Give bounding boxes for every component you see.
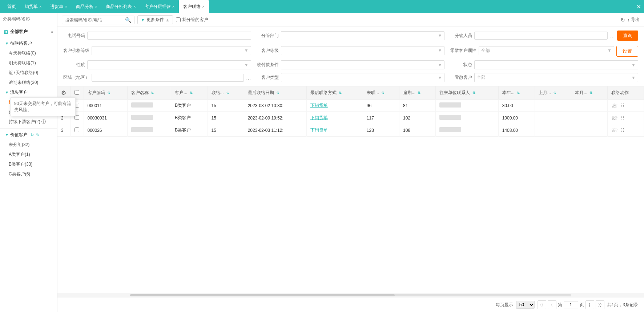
sidebar-item-a-class[interactable]: A类客户(1) bbox=[0, 150, 57, 159]
retail-select[interactable]: 全部 ▼ bbox=[474, 73, 638, 82]
dept-select[interactable]: ▼ bbox=[281, 31, 445, 40]
sidebar-item-overdue-contact[interactable]: 逾期未联络(30) bbox=[0, 78, 57, 88]
row1-more-icon[interactable]: ⠿ bbox=[621, 103, 624, 109]
row2-method-link[interactable]: 下销货单 bbox=[310, 115, 328, 120]
select-all-checkbox[interactable] bbox=[75, 90, 79, 95]
sidebar-group-churn[interactable]: ▼ 流失客户 bbox=[0, 88, 57, 97]
query-button[interactable]: 查询 bbox=[617, 31, 638, 41]
sidebar-item-c-class[interactable]: C类客户(6) bbox=[0, 169, 57, 179]
region-dots-icon[interactable]: … bbox=[246, 75, 251, 81]
nav-tab-customer-contact[interactable]: 客户联络 × bbox=[179, 0, 209, 13]
table-settings-gear-icon[interactable]: ⚙ bbox=[61, 90, 66, 96]
export-button[interactable]: ↑ 导出 bbox=[627, 17, 640, 23]
row3-type: B类客户 bbox=[171, 124, 208, 137]
row3-more-icon[interactable]: ⠿ bbox=[621, 127, 624, 133]
edit-value-icon[interactable]: ✎ bbox=[36, 133, 39, 137]
page-input[interactable] bbox=[564, 301, 578, 308]
sort-contact-icon[interactable]: ⇅ bbox=[226, 91, 229, 95]
row2-more-icon[interactable]: ⠿ bbox=[621, 115, 624, 121]
sort-last-date-icon[interactable]: ⇅ bbox=[276, 91, 279, 95]
person-input[interactable] bbox=[474, 32, 608, 40]
toolbar-search-icon[interactable]: 🔍 bbox=[125, 17, 131, 23]
my-customers-checkbox[interactable] bbox=[176, 17, 181, 22]
region-input[interactable] bbox=[92, 74, 244, 82]
row1-contact-icon[interactable]: ☏ bbox=[611, 103, 618, 109]
th-this-month: 本月... ⇅ bbox=[571, 86, 608, 100]
row2-this-year: 1000.00 bbox=[498, 112, 535, 124]
row3-last-month bbox=[535, 124, 571, 137]
close-sales-icon[interactable]: × bbox=[39, 4, 41, 9]
nav-tab-customer-segment[interactable]: 客户分层经营 × bbox=[140, 0, 179, 13]
row2-unit-contact bbox=[436, 112, 498, 124]
row3-contact-icon[interactable]: ☏ bbox=[611, 127, 618, 133]
per-page-select[interactable]: 50 10 20 100 bbox=[516, 301, 535, 309]
sidebar-item-today[interactable]: 今天待联络(0) bbox=[0, 48, 57, 58]
sidebar-item-tomorrow[interactable]: 明天待联络(1) bbox=[0, 58, 57, 68]
sort-code-icon[interactable]: ⇅ bbox=[107, 91, 110, 95]
sidebar-search-input[interactable] bbox=[3, 16, 57, 21]
refresh-icon[interactable]: ↻ bbox=[621, 17, 625, 23]
retail-attr-select[interactable]: 全部 ▼ bbox=[479, 46, 614, 55]
sidebar-item-persistent[interactable]: 持续下滑客户(2) ⓘ bbox=[0, 117, 57, 127]
settings-button[interactable]: 设置 bbox=[616, 46, 638, 57]
person-dots-icon[interactable]: … bbox=[610, 33, 615, 39]
filter-button[interactable]: ▼ 更多条件 ▲ bbox=[137, 15, 173, 24]
filter-customer-level: 客户等级 ▼ bbox=[257, 44, 445, 57]
payment-select[interactable]: ▼ bbox=[281, 60, 445, 69]
sort-last-method-icon[interactable]: ⇅ bbox=[339, 91, 342, 95]
sort-last-month-icon[interactable]: ⇅ bbox=[553, 91, 556, 95]
nav-tab-sales[interactable]: 销货单 × bbox=[20, 0, 46, 13]
filter-status: 状态 ▼ bbox=[450, 60, 638, 69]
prev-page-button[interactable]: ⟨ bbox=[548, 300, 556, 309]
close-customer-contact-icon[interactable]: × bbox=[202, 4, 204, 9]
sort-overdue-icon[interactable]: ⇅ bbox=[418, 91, 420, 95]
sidebar-group-pending[interactable]: ▼ 待联络客户 bbox=[0, 39, 57, 48]
phone-input[interactable] bbox=[87, 32, 251, 40]
nav-tab-home[interactable]: 首页 bbox=[3, 0, 20, 13]
th-action: 联络动作 bbox=[608, 86, 644, 100]
my-customers-checkbox-label[interactable]: 我分管的客户 bbox=[176, 17, 208, 23]
nature-select[interactable]: ▼ bbox=[87, 60, 251, 69]
row1-last-method: 下销货单 bbox=[306, 100, 363, 112]
sort-no-contact-icon[interactable]: ⇅ bbox=[381, 91, 384, 95]
row2-code: 00030031 bbox=[84, 112, 127, 124]
refresh-value-icon[interactable]: ↻ bbox=[31, 133, 34, 137]
close-customer-segment-icon[interactable]: × bbox=[172, 4, 174, 9]
next-page-button[interactable]: ⟩ bbox=[585, 300, 594, 309]
row2-contact-icon[interactable]: ☏ bbox=[611, 115, 618, 121]
sort-type-icon[interactable]: ⇅ bbox=[190, 91, 193, 95]
status-select[interactable]: ▼ bbox=[474, 60, 638, 69]
price-level-select[interactable]: ▼ bbox=[92, 46, 251, 55]
close-purchase-icon[interactable]: × bbox=[65, 4, 67, 9]
sort-unit-contact-icon[interactable]: ⇅ bbox=[472, 91, 475, 95]
table-row: 3 000026 B类客户 15 2023-02-03 11:12: 下销货单 … bbox=[57, 124, 644, 137]
search-input[interactable] bbox=[65, 17, 123, 23]
sidebar-item-b-class[interactable]: B类客户(33) bbox=[0, 159, 57, 169]
filter-retail-attr: 零散客户属性 全部 ▼ 设置 bbox=[450, 44, 638, 57]
sidebar-item-week[interactable]: 近7天待联络(0) bbox=[0, 68, 57, 78]
nav-tab-analysis-list[interactable]: 商品分析列表 × bbox=[101, 0, 140, 13]
horizontal-scrollbar[interactable] bbox=[57, 293, 644, 297]
row3-checkbox-input[interactable] bbox=[75, 127, 79, 132]
close-all-button[interactable]: ✕ bbox=[636, 3, 641, 10]
sort-this-year-icon[interactable]: ⇅ bbox=[517, 91, 520, 95]
row3-unit-contact bbox=[436, 124, 498, 137]
sidebar-item-unsorted[interactable]: 未分组(32) bbox=[0, 140, 57, 150]
close-analysis-icon[interactable]: × bbox=[95, 4, 97, 9]
all-customers-header[interactable]: ⊞ 全部客户 « bbox=[0, 27, 57, 37]
last-page-button[interactable]: ⟩⟩ bbox=[596, 300, 604, 309]
customer-level-select[interactable]: ▼ bbox=[281, 46, 445, 55]
nav-tab-analysis[interactable]: 商品分析 × bbox=[72, 0, 101, 13]
first-page-button[interactable]: ⟨⟨ bbox=[538, 300, 546, 309]
sidebar-group-value[interactable]: ▼ 价值客户 ↻ ✎ bbox=[0, 130, 57, 140]
close-analysis-list-icon[interactable]: × bbox=[133, 4, 136, 9]
sort-this-month-icon[interactable]: ⇅ bbox=[589, 91, 592, 95]
row2-last-date: 2023-02-09 19:52: bbox=[244, 112, 306, 124]
row3-method-link[interactable]: 下销货单 bbox=[310, 127, 328, 133]
sort-name-icon[interactable]: ⇅ bbox=[151, 91, 154, 95]
nav-tab-purchase[interactable]: 进货单 × bbox=[46, 0, 71, 13]
row1-last-date: 2023-03-02 10:30: bbox=[244, 100, 306, 112]
row1-method-link[interactable]: 下销货单 bbox=[310, 103, 328, 108]
customer-type-select[interactable]: ▼ bbox=[281, 73, 445, 82]
scrollbar-thumb[interactable] bbox=[130, 294, 395, 296]
